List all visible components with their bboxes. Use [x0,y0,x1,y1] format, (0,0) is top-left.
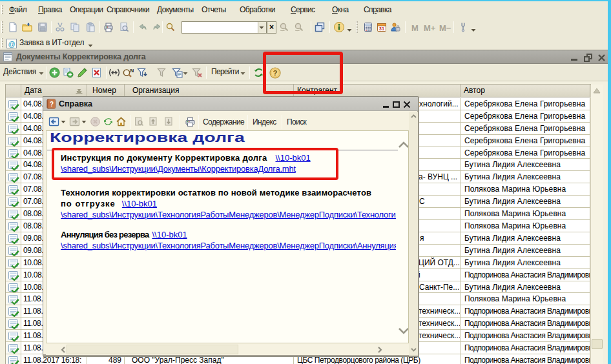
svg-text:?: ? [50,101,54,108]
svg-text:N: N [130,68,134,74]
svg-text:31: 31 [379,26,384,32]
svg-text:@: @ [8,40,15,48]
